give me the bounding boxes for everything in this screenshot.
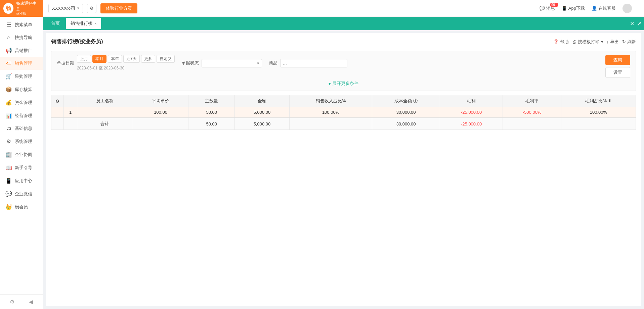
company-name: XXXXX公司 xyxy=(52,5,75,11)
query-button[interactable]: 查询 xyxy=(605,55,630,65)
filter-settings-button[interactable]: 设置 xyxy=(605,67,630,78)
logo-icon: 畅 xyxy=(3,3,13,14)
sidebar-item-system-mgmt[interactable]: ⚙系统管理 xyxy=(0,135,43,148)
collapse-icon[interactable]: ◀ xyxy=(29,299,33,305)
company-selector[interactable]: XXXXX公司 ▾ xyxy=(48,4,83,13)
nav-icon-app-center: 📱 xyxy=(5,177,12,184)
sidebar-item-base-info[interactable]: 🗂基础信息 xyxy=(0,122,43,135)
footer-settings-col xyxy=(51,118,64,130)
expand-more-button[interactable]: ▾ 展开更多条件 xyxy=(57,81,630,87)
app-icon: 📱 xyxy=(562,6,567,11)
nav-label-enterprise-coop: 企业协同 xyxy=(15,152,32,158)
sidebar-navigation: ☰搜索菜单⌂快捷导航📢营销推广🏷销售管理🛒采购管理📦库存核算💰资金管理📊经营管理… xyxy=(0,17,43,294)
print-button[interactable]: 🖨 按模板打印 ▾ xyxy=(572,39,603,45)
page-header: 销售排行榜(按业务员) ❓ 帮助 🖨 按模板打印 ▾ ↓ 导出 xyxy=(51,38,636,45)
footer-gross: -25,000.00 xyxy=(440,118,503,130)
logo-subtitle: 标准版 xyxy=(16,11,39,16)
status-select[interactable] xyxy=(202,59,262,67)
print-label: 按模板打印 xyxy=(578,39,600,45)
help-button[interactable]: ❓ 帮助 xyxy=(553,39,569,45)
cell-avg-price: 100.00 xyxy=(133,107,188,118)
tab-home[interactable]: 首页 xyxy=(46,18,65,29)
online-service-button[interactable]: 👤 在线客服 xyxy=(592,5,616,11)
date-btn-7days[interactable]: 近7天 xyxy=(123,55,140,63)
avatar[interactable] xyxy=(622,4,632,13)
nav-label-finance: 资金管理 xyxy=(15,100,32,106)
cell-cost: 30,000.00 xyxy=(372,107,440,118)
date-btn-custom[interactable]: 自定义 xyxy=(157,55,175,63)
message-button[interactable]: 💬 消息 99+ xyxy=(540,5,555,11)
tab-sales-ranking[interactable]: 销售排行榜 × xyxy=(66,18,101,29)
app-download-button[interactable]: 📱 App下载 xyxy=(562,5,585,11)
status-filter-label: 单据状态 xyxy=(181,60,199,66)
refresh-label: 刷新 xyxy=(627,39,636,45)
col-settings[interactable]: ⚙ xyxy=(51,95,64,107)
nav-icon-finance: 💰 xyxy=(5,99,12,106)
tab-close-icon[interactable]: × xyxy=(94,21,96,25)
nav-label-enterprise-wechat: 企业微信 xyxy=(15,191,32,197)
footer-avg-price xyxy=(133,118,188,130)
nav-label-inventory: 库存核算 xyxy=(15,87,32,93)
sidebar-item-search-order[interactable]: ☰搜索菜单 xyxy=(0,18,43,31)
col-rank xyxy=(64,95,77,107)
sidebar-item-inventory[interactable]: 📦库存核算 xyxy=(0,83,43,96)
window-expand-icon[interactable]: ⤢ xyxy=(637,20,641,27)
sidebar-item-finance[interactable]: 💰资金管理 xyxy=(0,96,43,109)
sidebar-item-member[interactable]: 👑畅会员 xyxy=(0,200,43,213)
topbar: XXXXX公司 ▾ ⚙ 体验行业方案 💬 消息 99+ 📱 App下载 👤 在线… xyxy=(43,0,644,17)
sidebar-item-app-center[interactable]: 📱应用中心 xyxy=(0,174,43,187)
logo-title: 畅康通好生意 xyxy=(16,1,39,11)
settings-icon[interactable]: ⚙ xyxy=(10,299,14,305)
cell-gross-pct: 100.00% xyxy=(561,107,636,118)
nav-icon-base-info: 🗂 xyxy=(5,125,12,132)
footer-rank-col xyxy=(64,118,77,130)
tab-label: 销售排行榜 xyxy=(71,20,92,27)
gear-button[interactable]: ⚙ xyxy=(87,4,96,13)
date-btn-this-month[interactable]: 本月 xyxy=(92,55,106,63)
cell-qty: 50.00 xyxy=(188,107,235,118)
footer-label: 合计 xyxy=(77,118,133,130)
nav-icon-member: 👑 xyxy=(5,204,12,210)
refresh-button[interactable]: ↻ 刷新 xyxy=(622,39,636,45)
export-button[interactable]: ↓ 导出 xyxy=(607,39,619,45)
table-header-row: ⚙ 员工名称 平均单价 主数量 全额 销售收入占比% 成本全额 ⓘ 毛利 毛利率… xyxy=(51,95,636,107)
window-close-icon[interactable]: ✕ xyxy=(630,20,634,27)
filter-actions: 查询 设置 xyxy=(605,55,630,78)
sidebar-item-sales-mgmt[interactable]: 🏷销售管理 xyxy=(0,57,43,70)
tabbar: 首页 销售排行榜 × ✕ ⤢ xyxy=(43,17,644,30)
topbar-right: 💬 消息 99+ 📱 App下载 👤 在线客服 xyxy=(540,4,639,13)
cell-sales-pct: 100.00% xyxy=(289,107,372,118)
col-avg-price: 平均单价 xyxy=(133,95,188,107)
filter-area: 单据日期 上月 本月 本年 近7天 更多 自定义 20 xyxy=(51,51,636,91)
nav-label-quick-nav: 快捷导航 xyxy=(15,35,32,41)
goods-filter-label: 商品 xyxy=(269,60,277,66)
date-btn-more[interactable]: 更多 xyxy=(141,55,155,63)
export-label: 导出 xyxy=(610,39,619,45)
page-actions: ❓ 帮助 🖨 按模板打印 ▾ ↓ 导出 ↻ 刷新 xyxy=(553,39,636,45)
date-btn-last-month[interactable]: 上月 xyxy=(77,55,91,63)
sidebar-item-quick-nav[interactable]: ⌂快捷导航 xyxy=(0,31,43,44)
sidebar: 畅 畅康通好生意 标准版 ☰搜索菜单⌂快捷导航📢营销推广🏷销售管理🛒采购管理📦库… xyxy=(0,0,43,309)
nav-icon-purchase-mgmt: 🛒 xyxy=(5,73,12,80)
main-content: XXXXX公司 ▾ ⚙ 体验行业方案 💬 消息 99+ 📱 App下载 👤 在线… xyxy=(43,0,644,309)
sidebar-item-guide[interactable]: 📖新手引导 xyxy=(0,161,43,174)
data-table: ⚙ 员工名称 平均单价 主数量 全额 销售收入占比% 成本全额 ⓘ 毛利 毛利率… xyxy=(51,95,636,130)
experience-button[interactable]: 体验行业方案 xyxy=(100,3,137,13)
message-badge: 99+ xyxy=(550,3,558,7)
date-btn-this-year[interactable]: 本年 xyxy=(108,55,122,63)
col-gross-pct: 毛利占比% ⬆ xyxy=(561,95,636,107)
online-service-label: 在线客服 xyxy=(598,5,616,11)
sidebar-item-marketing[interactable]: 📢营销推广 xyxy=(0,44,43,57)
sidebar-item-purchase-mgmt[interactable]: 🛒采购管理 xyxy=(0,70,43,83)
goods-input[interactable] xyxy=(280,59,347,67)
sidebar-item-enterprise-wechat[interactable]: 💬企业微信 xyxy=(0,187,43,200)
nav-label-system-mgmt: 系统管理 xyxy=(15,139,32,145)
nav-icon-enterprise-wechat: 💬 xyxy=(5,191,12,197)
sidebar-item-enterprise-coop[interactable]: 🏢企业协同 xyxy=(0,148,43,161)
table-body: 1100.0050.005,000.00100.00%30,000.00-25,… xyxy=(51,107,636,118)
nav-label-member: 畅会员 xyxy=(15,204,28,210)
cell-name xyxy=(77,107,133,118)
sidebar-item-operation[interactable]: 📊经营管理 xyxy=(0,109,43,122)
table-row: 1100.0050.005,000.00100.00%30,000.00-25,… xyxy=(51,107,636,118)
goods-filter: 商品 xyxy=(269,55,347,71)
